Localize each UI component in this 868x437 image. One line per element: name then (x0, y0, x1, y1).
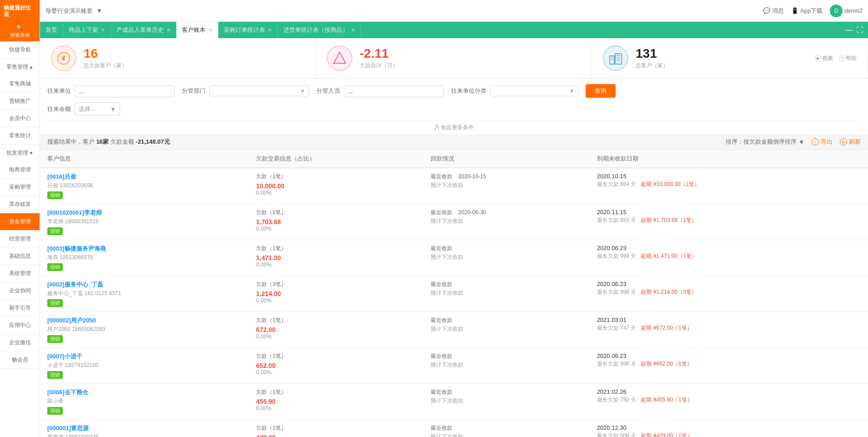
overdue-link-5[interactable]: 超期 ¥652.00（1笔） (641, 361, 692, 367)
help-link[interactable]: ? 帮助 (838, 55, 857, 62)
overdue-link-4[interactable]: 超期 ¥672.00（1笔） (641, 325, 692, 331)
tab-minimize-btn[interactable]: — (844, 25, 853, 35)
debt-count-4: 欠款（1笔） (256, 316, 416, 324)
manager-filter: 分管人员 ... (316, 85, 444, 97)
sidebar-item-inventory[interactable]: 库存核算 (0, 196, 40, 213)
overdue-days-7: 最长欠款 808 天 超期 ¥429.00（1笔） (597, 432, 861, 437)
user-avatar[interactable]: D demo2 (830, 5, 863, 17)
sidebar-item-retail-mgmt[interactable]: 零售管理 ▲ (0, 59, 40, 75)
app-download-btn[interactable]: 📱 App下载 (791, 7, 823, 15)
tab-customer-account[interactable]: 客户账本 ✕ (176, 22, 218, 38)
tab-home[interactable]: 首页 (40, 22, 63, 38)
dept-select[interactable]: ▼ (209, 85, 309, 96)
overdue-customers-value: 16 (84, 47, 127, 60)
sidebar-item-system-mgmt[interactable]: 系统管理 (0, 265, 40, 282)
tab-inbound-summary-close[interactable]: ✕ (351, 27, 355, 33)
video-link[interactable]: ▶ 视频 (815, 55, 833, 62)
col-recovery: 回款情况 (423, 150, 590, 168)
customer-name-7[interactable]: [000001]黄思源 (47, 425, 89, 432)
tab-product-offline[interactable]: 商品上下架 ✕ (63, 22, 111, 38)
overdue-cell-0: 2020.10.15 最长欠款 884 天 超期 ¥10,000.00（1笔） (590, 168, 868, 204)
customer-contact-0: 吕俊 13026203696 (47, 182, 241, 190)
app-download-label: App下载 (800, 7, 823, 15)
customer-cell-3: [0002]服务中心_丁磊 服务中心_丁磊 181 0125 8371 现销 (40, 276, 249, 312)
sidebar-item-wechat[interactable]: 企业微信 (0, 334, 40, 352)
overdue-link-7[interactable]: 超期 ¥429.00（1笔） (641, 432, 692, 437)
debt-cell-2: 欠款（1笔） 1,471.00 0.00% (249, 240, 423, 276)
debt-amount-6: 455.90 (256, 398, 416, 405)
dropdown-arrow-icon[interactable]: ▼ (96, 7, 102, 14)
overdue-link-3[interactable]: 超期 ¥1,214.00（3笔） (641, 289, 697, 295)
video-icon: ▶ (815, 55, 821, 61)
sidebar-item-retail-stats[interactable]: 零售统计 (0, 127, 40, 145)
tab-purchase-summary-close[interactable]: ✕ (268, 27, 272, 33)
total-customers-info: 131 总客户（家） (636, 47, 668, 70)
tab-inbound-summary-label: 进货单统计表（按商品） (283, 26, 348, 34)
ecom-mgmt-label: 电商管理 (9, 166, 31, 173)
tab-product-history-label: 产成品入库单历史 (116, 26, 164, 34)
message-btn[interactable]: 💬 消息 (763, 7, 784, 15)
sidebar-item-member-center[interactable]: 会员中心 (0, 110, 40, 127)
tab-product-history-close[interactable]: ✕ (166, 27, 171, 33)
source-unit-input[interactable]: ... (75, 85, 175, 97)
col-debt-info: 欠款交易信息（占比） (249, 150, 423, 168)
customer-contact-4: 用户2050 18665062050 (47, 326, 241, 333)
sidebar-item-super-member[interactable]: 畅会员 (0, 352, 40, 369)
table-header-row: 客户信息 欠款交易信息（占比） 回款情况 到期未收款日期 (40, 150, 868, 168)
manager-input[interactable]: ... (344, 85, 444, 97)
customer-name-4[interactable]: [000002]用户2050 (47, 317, 96, 324)
tab-purchase-summary[interactable]: 采购订单统计表 ✕ (218, 22, 278, 38)
source-unit-filter: 往来单位 ... (47, 85, 175, 97)
sidebar-item-new-guide[interactable]: 新手引导 (0, 300, 40, 317)
tab-inbound-summary[interactable]: 进货单统计表（按商品） ✕ (278, 22, 361, 38)
sidebar-item-ecom-mgmt[interactable]: 电商管理 (0, 161, 40, 179)
sidebar-item-finance[interactable]: 资金管理 (0, 213, 40, 231)
sidebar-item-app-center[interactable]: 应用中心 (0, 317, 40, 334)
customer-name-3[interactable]: [0002]服务中心_丁磊 (47, 281, 103, 288)
source-unit-dots: ... (79, 88, 84, 95)
tab-customer-account-close[interactable]: ✕ (208, 27, 212, 33)
sidebar-item-business-mgmt[interactable]: 经营管理 (0, 231, 40, 248)
tab-product-history[interactable]: 产成品入库单历史 ✕ (111, 22, 176, 38)
overdue-link-2[interactable]: 超期 ¥1,471.00（1笔） (641, 253, 697, 259)
query-button[interactable]: 查询 (586, 84, 616, 98)
sidebar-item-search-menu[interactable]: 🔍 搜索菜单 (0, 22, 40, 41)
customer-name-5[interactable]: [0007]小进干 (47, 353, 82, 360)
tab-product-offline-close[interactable]: ✕ (101, 27, 105, 33)
overdue-date-1: 2020.11.15 (597, 209, 861, 216)
overdue-date-7: 2020.12.30 (597, 424, 861, 431)
refresh-button[interactable]: ↻ 刷新 (840, 138, 861, 146)
overdue-link-0[interactable]: 超期 ¥10,000.00（1笔） (641, 181, 700, 187)
sidebar-item-retail-mall[interactable]: 零售商城 (0, 75, 40, 93)
customer-name-0[interactable]: [0016]吕俊 (47, 173, 76, 180)
sidebar-item-purchase-mgmt[interactable]: 采购管理 (0, 179, 40, 196)
remainder-select[interactable]: 选择... ▼ (75, 102, 120, 116)
overdue-days-4: 最长欠款 747 天 超期 ¥672.00（1笔） (597, 324, 861, 332)
batch-mgmt-arrow: ▼ (29, 151, 34, 156)
sort-button[interactable]: 排序：按欠款金额倒序排序 ▼ (726, 138, 804, 146)
source-unit-label: 往来单位 (47, 87, 71, 95)
debt-count-1: 欠款（1笔） (256, 209, 416, 216)
inventory-label: 库存核算 (9, 201, 31, 207)
recovery-cell-3: 最近收款 预计下次收款 (423, 276, 590, 312)
customer-name-2[interactable]: [0003]畅捷服务尹海燕 (47, 245, 106, 252)
overdue-date-5: 2020.06.23 (597, 352, 861, 359)
export-button[interactable]: ↑ 导出 (812, 138, 833, 146)
sidebar-item-batch-mgmt[interactable]: 批发管理 ▼ (0, 145, 40, 161)
sidebar-item-basic-info[interactable]: 基础信息 (0, 248, 40, 265)
customer-cell-6: [0006]去下粮仓 陈小希 现销 (40, 384, 249, 420)
sidebar-item-quick-nav[interactable]: 快捷导航 (0, 41, 40, 59)
stat-total-customers: 131 总客户（家） ▶ 视频 ? 帮助 (592, 38, 868, 78)
recovery-next-7: 预计下次收款 (431, 433, 582, 437)
overdue-link-6[interactable]: 超期 ¥455.90（1笔） (641, 397, 692, 403)
tab-expand-btn[interactable]: ⛶ (855, 25, 864, 35)
unit-category-select[interactable]: ▼ (490, 85, 578, 96)
overdue-link-1[interactable]: 超期 ¥1,703.68（1笔） (641, 217, 697, 223)
collapse-filters-btn[interactable]: ⋀ 收起更多条件 (47, 121, 861, 134)
customer-name-1[interactable]: [0001020001]李老师 (47, 209, 102, 216)
stat-links: ▶ 视频 ? 帮助 (815, 55, 857, 62)
sidebar-item-marketing[interactable]: 营销推广 (0, 93, 40, 110)
header-right: 💬 消息 📱 App下载 D demo2 (763, 5, 863, 17)
sidebar-item-enterprise[interactable]: 企业协同 (0, 282, 40, 300)
customer-name-6[interactable]: [0006]去下粮仓 (47, 389, 88, 396)
